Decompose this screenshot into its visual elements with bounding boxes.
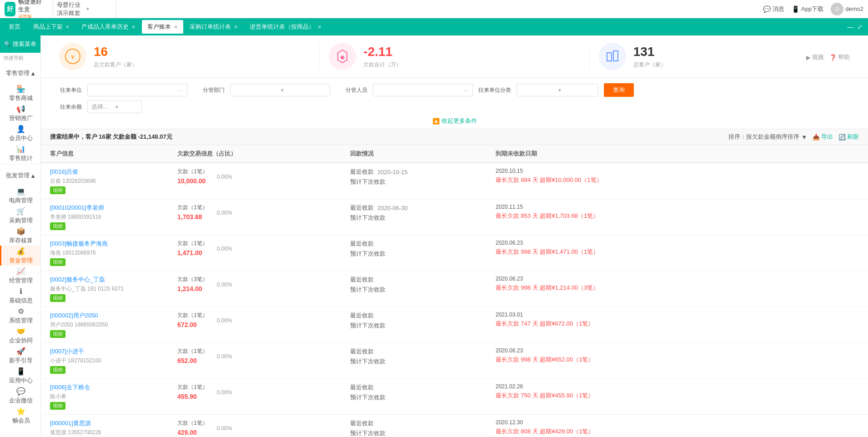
sidebar-item-ecommerce[interactable]: 💻 电商管理	[0, 186, 40, 206]
due-overdue-5: 最长欠款 747 天 超期¥672.00（1笔）	[496, 320, 859, 328]
export-btn[interactable]: 📤 导出	[813, 133, 833, 141]
customer-name-1[interactable]: [0016]吕俊	[50, 168, 78, 175]
close-tab-inbound-summary[interactable]: ✕	[317, 24, 321, 30]
filter-balance-select[interactable]: 选择... ▼	[87, 100, 142, 113]
overdue-amount-6[interactable]: 超期¥652.00（1笔）	[540, 356, 594, 363]
filter-manager-label: 分管人员	[336, 86, 367, 94]
overdue-amount-7[interactable]: 超期¥455.90（1笔）	[540, 392, 594, 399]
debt-ratio-3: 0.00%	[217, 246, 232, 252]
content-area: ¥ 16 总欠款客户（家） ◆ -2.11 欠款合计（万）	[41, 35, 868, 437]
due-overdue-3: 最长欠款 998 天 超期¥1,471.00（1笔）	[496, 248, 859, 256]
filter-from-unit-label: 往来单位	[50, 86, 82, 94]
tab-purchase-summary[interactable]: 采购订单统计表 ✕	[184, 20, 243, 34]
svg-text:◆: ◆	[340, 54, 345, 60]
sidebar-item-operations[interactable]: 📈 经营管理	[0, 266, 40, 286]
payment-info-8: 最近收款 预计下次收款	[350, 419, 496, 437]
filter-dept-select[interactable]: ▼	[230, 84, 330, 96]
tab-inbound-summary[interactable]: 进货单统计表（按商品） ✕	[244, 20, 327, 34]
sidebar-item-enterprise[interactable]: 🤝 企业协同	[0, 326, 40, 346]
sidebar-search[interactable]: 🔍 搜索菜单	[0, 35, 40, 53]
customer-name-7[interactable]: [0006]去下粮仓	[50, 384, 90, 391]
overdue-amount-1[interactable]: 超期¥10,000.00（1笔）	[540, 176, 602, 183]
customer-info-7: [0006]去下粮仓 陈小希 现销	[50, 383, 177, 410]
refresh-btn[interactable]: 🔄 刷新	[838, 133, 859, 141]
sidebar-item-basic-info[interactable]: ℹ 基础信息	[0, 286, 40, 306]
sidebar-item-app-center[interactable]: 📱 应用中心	[0, 366, 40, 386]
sidebar-item-purchase-mgmt[interactable]: 🛒 采购管理	[0, 206, 40, 226]
overdue-amount-3[interactable]: 超期¥1,471.00（1笔）	[540, 248, 599, 255]
due-date-2: 2020.11.15	[496, 204, 859, 210]
sidebar-item-member[interactable]: 👤 会员中心	[0, 123, 40, 143]
card-icon-1: ¥	[59, 43, 86, 70]
due-date-3: 2020.06.23	[496, 240, 859, 246]
customer-name-5[interactable]: [000002]用户2050	[50, 312, 98, 319]
sidebar-item-capital[interactable]: 💰 资金管理	[0, 246, 40, 266]
system-selector[interactable]: 母婴行业演示账套 ▼	[53, 0, 116, 19]
due-date-8: 2020.12.30	[496, 419, 859, 426]
sidebar-item-member-plus[interactable]: ⭐ 畅会员	[0, 406, 40, 426]
debt-info-7: 欠款（1笔） 455.90 0.00%	[177, 383, 350, 410]
overdue-amount-5[interactable]: 超期¥672.00（1笔）	[540, 320, 594, 327]
overdue-amount-8[interactable]: 超期¥429.00（1笔）	[540, 428, 594, 435]
user-avatar[interactable]: D demo2	[831, 3, 863, 15]
sidebar-item-retail-mgmt[interactable]: 零售管理 ▲	[0, 63, 40, 83]
filter-unit-category-select[interactable]: ▼	[517, 84, 598, 96]
payment-info-5: 最近收款 预计下次收款	[350, 311, 496, 338]
sidebar-item-batch-mgmt[interactable]: 批发管理 ▲	[0, 166, 40, 186]
customer-name-4[interactable]: [0002]服务中心_丁磊	[50, 276, 105, 283]
filter-row-2: 往来余额 选择... ▼	[50, 100, 859, 113]
debt-ratio-7: 0.00%	[217, 389, 232, 396]
tab-produce-history[interactable]: 产成品入库单历史 ✕	[76, 20, 141, 34]
tab-bar-controls: — ⤢	[847, 23, 866, 30]
due-date-6: 2020.06.23	[496, 347, 859, 354]
debt-count-5: 欠款（1笔）	[177, 311, 208, 319]
message-btn[interactable]: 💬 消息	[763, 5, 784, 13]
customer-name-3[interactable]: [0003]畅捷服务尹海燕	[50, 240, 108, 247]
sidebar-item-marketing[interactable]: 📢 营销推广	[0, 103, 40, 123]
inventory-icon: 📦	[16, 227, 25, 236]
tab-products-off[interactable]: 商品上下架 ✕	[28, 20, 75, 34]
help-btn[interactable]: ❓ 帮助	[829, 53, 850, 61]
close-tab-purchase-summary[interactable]: ✕	[234, 24, 238, 30]
overdue-amount-4[interactable]: 超期¥1,214.00（3笔）	[540, 284, 599, 291]
filter-row-1: 往来单位 ··· 分管部门 ▼ 分管人员 ··· 往来单位分类	[50, 83, 859, 97]
marketing-icon: 📢	[16, 105, 25, 113]
video-btn[interactable]: ▶ 视频	[806, 53, 824, 61]
close-tab-produce-history[interactable]: ✕	[131, 24, 135, 30]
payment-info-4: 最近收款 预计下次收款	[350, 276, 496, 302]
tab-customer-account[interactable]: 客户账本 ✕	[142, 20, 183, 34]
filter-collapse-btn[interactable]: 🔼 收起更多条件	[50, 117, 859, 125]
due-info-4: 2020.06.23 最长欠款 998 天 超期¥1,214.00（3笔）	[496, 276, 859, 302]
top-bar-right: 💬 消息 📱 App下载 D demo2	[763, 3, 863, 15]
sort-select[interactable]: 排序：按欠款金额倒序排序 ▼	[728, 133, 807, 141]
minimize-btn[interactable]: —	[847, 23, 853, 30]
sidebar-item-inventory[interactable]: 📦 库存核算	[0, 226, 40, 246]
search-button[interactable]: 查询	[604, 83, 634, 97]
close-tab-products-off[interactable]: ✕	[65, 24, 70, 30]
sidebar-item-system[interactable]: ⚙ 系统管理	[0, 306, 40, 326]
customer-name-6[interactable]: [0007]小进干	[50, 348, 84, 355]
sidebar-item-newbie[interactable]: 🚀 新手引导	[0, 346, 40, 366]
main-layout: 🔍 搜索菜单 快捷导航 零售管理 ▲ 🏪 零售商城 📢 营销推广 👤 会员中心 …	[0, 35, 868, 437]
customer-name-8[interactable]: [000001]黄思源	[50, 420, 91, 427]
due-overdue-2: 最长欠款 853 天 超期¥1,703.68（1笔）	[496, 212, 859, 220]
sidebar-item-retail-stats[interactable]: 📊 零售统计	[0, 143, 40, 163]
customer-contact-1: 吕俊 13026203696	[50, 177, 177, 185]
debt-ratio-1: 0.00%	[217, 174, 232, 180]
sort-label: 排序：按欠款金额倒序排序	[728, 133, 799, 141]
sidebar-item-retail-store[interactable]: 🏪 零售商城	[0, 83, 40, 103]
close-tab-customer-account[interactable]: ✕	[174, 24, 178, 30]
customer-contact-5: 用户2050 18665062050	[50, 321, 177, 329]
sidebar-item-wechat[interactable]: 💬 企业微信	[0, 386, 40, 406]
filter-manager-input[interactable]: ···	[373, 84, 473, 96]
maximize-btn[interactable]: ⤢	[857, 23, 863, 30]
overdue-amount-2[interactable]: 超期¥1,703.68（1笔）	[540, 212, 599, 219]
filter-from-unit-input[interactable]: ···	[87, 84, 187, 96]
customer-contact-6: 小进干 18279152100	[50, 357, 177, 365]
customer-name-2[interactable]: [0001020001]李老师	[50, 204, 104, 211]
customer-contact-4: 服务中心_丁磊 181 0125 8371	[50, 285, 177, 293]
customer-contact-7: 陈小希	[50, 393, 177, 401]
debt-ratio-5: 0.00%	[217, 317, 232, 324]
tab-home[interactable]: 首页	[2, 20, 27, 34]
app-download-btn[interactable]: 📱 App下载	[792, 5, 823, 13]
